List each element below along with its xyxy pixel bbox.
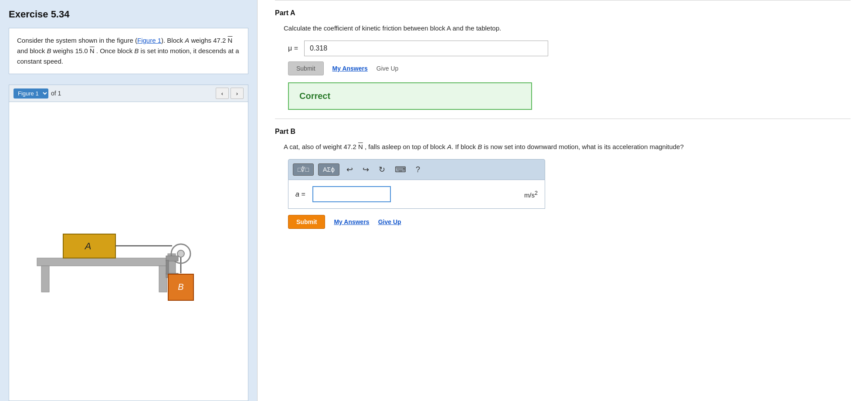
keyboard-button[interactable]: ⌨ [392, 163, 409, 176]
part-a-my-answers-button[interactable]: My Answers [332, 65, 368, 72]
svg-rect-12 [166, 260, 169, 274]
part-b-my-answers-button[interactable]: My Answers [334, 218, 369, 225]
problem-box: Consider the system shown in the figure … [9, 28, 248, 74]
figure-link[interactable]: Figure 1 [137, 37, 161, 44]
next-figure-button[interactable]: › [231, 88, 244, 99]
greek-symbols-button[interactable]: ΑΣϕ [318, 163, 339, 176]
svg-rect-0 [37, 258, 172, 266]
figure-of-label: of 1 [51, 90, 61, 97]
weight-unit-cat: N [358, 143, 363, 150]
weight-unit-b: N [90, 47, 95, 54]
mu-input[interactable] [304, 41, 548, 56]
fraction-sqrt-button[interactable]: □∜□ [293, 163, 314, 176]
part-a-question: Calculate the coefficient of kinetic fri… [275, 23, 851, 34]
part-a-submit-row: Submit My Answers Give Up [275, 61, 851, 75]
help-button[interactable]: ? [413, 163, 423, 176]
correct-box: Correct [288, 82, 532, 110]
problem-text-start: Consider the system shown in the figure [17, 37, 133, 44]
math-input-row: a = m/s2 [288, 180, 545, 209]
part-a-section: Part A Calculate the coefficient of kine… [275, 9, 851, 110]
part-a-give-up-button[interactable]: Give Up [376, 65, 399, 72]
part-b-question: A cat, also of weight 47.2 N , falls asl… [275, 142, 851, 152]
math-toolbar: □∜□ ΑΣϕ ↩ ↪ ↻ ⌨ ? [288, 159, 545, 180]
part-b-input-area: □∜□ ΑΣϕ ↩ ↪ ↻ ⌨ ? a = m/s2 [275, 159, 851, 209]
part-b-submit-row: Submit My Answers Give Up [275, 215, 851, 229]
greek-icon: ΑΣϕ [323, 166, 335, 173]
figure-illustration: A B [20, 186, 237, 317]
part-a-submit-button[interactable]: Submit [288, 61, 324, 75]
left-panel: Exercise 5.34 Consider the system shown … [0, 0, 257, 401]
figure-box: A B [9, 102, 248, 401]
svg-rect-1 [41, 266, 49, 292]
figure-select-wrapper: Figure 1 of 1 [14, 88, 61, 99]
figure-nav-bar: Figure 1 of 1 ‹ › [9, 85, 248, 102]
part-b-give-up-button[interactable]: Give Up [378, 218, 401, 225]
redo-button[interactable]: ↪ [360, 163, 372, 176]
part-a-title: Part A [275, 9, 851, 17]
figure-nav-arrows: ‹ › [216, 88, 244, 99]
unit-label: m/s2 [524, 190, 538, 199]
part-b-submit-button[interactable]: Submit [288, 215, 325, 229]
fraction-icon: □∜□ [298, 166, 309, 173]
mu-label: μ = [288, 44, 298, 52]
part-b-section: Part B A cat, also of weight 47.2 N , fa… [275, 128, 851, 229]
acceleration-input[interactable] [312, 186, 391, 202]
undo-button[interactable]: ↩ [344, 163, 356, 176]
top-divider [275, 0, 851, 0]
part-divider [275, 119, 851, 119]
correct-label: Correct [299, 91, 330, 101]
right-panel: Part A Calculate the coefficient of kine… [258, 0, 868, 401]
svg-rect-2 [159, 266, 167, 292]
svg-text:A: A [84, 241, 92, 251]
weight-unit-a: N [228, 37, 233, 44]
part-a-answer-row: μ = [275, 41, 851, 56]
prev-figure-button[interactable]: ‹ [216, 88, 229, 99]
part-b-title: Part B [275, 128, 851, 136]
figure-select[interactable]: Figure 1 [14, 88, 48, 99]
svg-text:B: B [178, 282, 183, 292]
refresh-button[interactable]: ↻ [376, 163, 388, 176]
exercise-title: Exercise 5.34 [9, 9, 248, 20]
a-label: a = [295, 190, 305, 198]
